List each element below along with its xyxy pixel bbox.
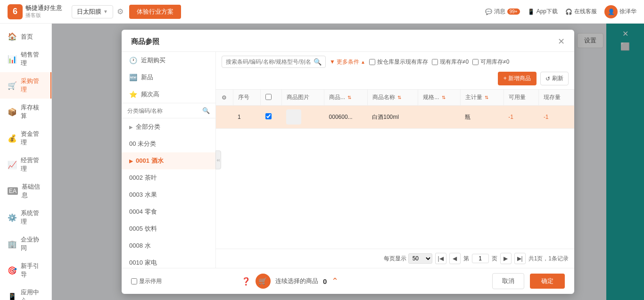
refresh-icon: ↺	[545, 75, 550, 82]
nav-service[interactable]: 🎧 在线客服	[565, 8, 597, 16]
sidebar-label-inventory: 库存核算	[21, 103, 44, 120]
checkbox-by-warehouse[interactable]: 按仓库显示现有库存	[369, 58, 428, 66]
refresh-btn[interactable]: ↺ 刷新	[540, 72, 569, 85]
category-panel: 🕐 近期购买 🆕 新品 ⭐ 频次高	[122, 52, 216, 268]
sidebar-item-purchase[interactable]: 🛒 采购管理	[0, 72, 51, 99]
cat-item-00[interactable]: 00 未分类	[122, 135, 215, 152]
search-submit-icon[interactable]: 🔍	[314, 58, 322, 66]
per-page-label: 每页显示	[384, 255, 406, 263]
nav-message[interactable]: 💬 消息 99+	[485, 8, 520, 16]
select-all-checkbox[interactable]	[265, 94, 272, 100]
sidebar-item-basic[interactable]: EA 基础信息	[0, 178, 51, 204]
sidebar-item-apps[interactable]: 📱 应用中心	[0, 283, 51, 300]
search-icon[interactable]: 🔍	[202, 107, 210, 114]
confirm-btn[interactable]: 确定	[530, 274, 565, 289]
table-header-row: ⚙ 序号 商品图片 商品... ⇅	[216, 90, 574, 106]
sidebar-item-inventory[interactable]: 📦 库存核算	[0, 99, 51, 125]
sidebar-item-home[interactable]: 🏠 首页	[0, 27, 51, 46]
checkbox-usable-not-zero[interactable]: 可用库存≠0	[472, 58, 509, 66]
sidebar-item-system[interactable]: ⚙️ 系统管理	[0, 204, 51, 231]
modal-body: 🕐 近期购买 🆕 新品 ⭐ 频次高	[122, 52, 574, 268]
checkbox-usable-label: 可用库存≠0	[480, 58, 509, 66]
add-product-btn[interactable]: + 新增商品	[498, 72, 537, 85]
per-page-dropdown[interactable]: 10 20 50 100	[408, 253, 432, 264]
sales-icon: 📊	[8, 55, 17, 64]
cat-item-0008[interactable]: 0008 水	[122, 237, 215, 254]
page-size-select: 每页显示 10 20 50 100	[384, 253, 432, 264]
trial-btn[interactable]: 体验行业方案	[129, 5, 181, 19]
page-input[interactable]	[472, 254, 489, 263]
cat-label-active: 0001 酒水	[136, 157, 164, 165]
modal-title: 商品参照	[131, 37, 159, 46]
cat-item-0010[interactable]: 0010 家电	[122, 254, 215, 268]
gear-icon[interactable]: ⚙	[117, 7, 124, 16]
checkbox-available-input[interactable]	[432, 59, 438, 65]
category-search-input[interactable]	[127, 108, 199, 114]
checkbox-usable-input[interactable]	[472, 59, 479, 65]
sidebar-item-operation[interactable]: 📈 经营管理	[0, 151, 51, 178]
sidebar-item-finance[interactable]: 💰 资金管理	[0, 125, 51, 151]
cat-item-0003[interactable]: 0003 水果	[122, 186, 215, 203]
sort-icon-spec: ⇅	[442, 95, 446, 100]
table-row[interactable]: 1 000600... 白酒100ml	[216, 106, 574, 129]
th-unit-label: 主计量	[465, 94, 482, 100]
app-name: 畅捷通好生意	[25, 4, 62, 12]
nav-app-download[interactable]: 📱 App下载	[528, 8, 558, 16]
new-icon: 🆕	[129, 74, 137, 81]
td-img	[281, 106, 324, 129]
th-name[interactable]: 商品名称 ⇅	[367, 90, 418, 106]
th-spec[interactable]: 规格... ⇅	[418, 90, 460, 106]
cat-item-0002[interactable]: 0002 茶叶	[122, 169, 215, 186]
td-unit: 瓶	[460, 106, 504, 129]
nav-selector[interactable]: 日太阳膜 ▼	[72, 5, 113, 18]
show-disabled-label[interactable]: 显示停用	[131, 277, 162, 285]
sort-icon-unit: ⇅	[485, 95, 488, 100]
sidebar-label-basic: 基础信息	[22, 183, 44, 200]
row-checkbox[interactable]	[265, 113, 272, 119]
quick-tab-recent[interactable]: 🕐 近期购买	[122, 52, 215, 69]
help-icon[interactable]: ❓	[241, 277, 251, 286]
product-search-input[interactable]	[226, 58, 311, 65]
category-search: 🔍	[122, 103, 215, 118]
th-name-label: 商品名称	[372, 94, 395, 100]
sidebar-item-newbie[interactable]: 🎯 新手引导	[0, 257, 51, 283]
cat-item-all[interactable]: ▶ 全部分类	[122, 118, 215, 135]
cancel-btn[interactable]: 取消	[492, 273, 524, 289]
message-icon: 💬	[485, 8, 492, 15]
quick-tab-new[interactable]: 🆕 新品	[122, 69, 215, 86]
nav-user[interactable]: 👤 徐泽华	[604, 5, 636, 18]
th-unit[interactable]: 主计量 ⇅	[460, 90, 504, 106]
filter-actions: + 新增商品 ↺ 刷新	[498, 72, 569, 85]
page-next-btn[interactable]: ▶	[500, 253, 512, 264]
collapse-btn[interactable]: ‹‹	[215, 150, 221, 169]
layout: 🏠 首页 📊 销售管理 🛒 采购管理 📦 库存核算 💰 资金管理 📈 经营管理 …	[0, 24, 644, 300]
checkbox-available-not-zero[interactable]: 现有库存≠0	[432, 58, 469, 66]
sidebar-item-sales[interactable]: 📊 销售管理	[0, 46, 51, 72]
cat-item-0001[interactable]: ▶ 0001 酒水	[122, 152, 215, 169]
quick-tab-recent-label: 近期购买	[141, 56, 165, 65]
collapse-icon[interactable]: ⌃	[331, 276, 339, 286]
th-gear[interactable]: ⚙	[216, 90, 233, 106]
main-content: 查询 设置 刷新 ✕ ⬜ 商品参照 ✕	[52, 24, 644, 300]
overlay: 商品参照 ✕ 🕐 近期购买 🆕	[52, 24, 644, 300]
page-first-btn[interactable]: |◀	[435, 253, 446, 264]
cat-item-0005[interactable]: 0005 饮料	[122, 220, 215, 237]
modal: 商品参照 ✕ 🕐 近期购买 🆕	[122, 30, 574, 294]
newbie-icon: 🎯	[8, 266, 17, 275]
checkbox-warehouse-input[interactable]	[369, 59, 375, 65]
system-icon: ⚙️	[8, 213, 17, 222]
quick-tab-freq[interactable]: ⭐ 频次高	[122, 86, 215, 103]
page-last-btn[interactable]: ▶|	[514, 253, 526, 264]
continuous-label: 连续选择的商品	[275, 277, 318, 285]
arrow-icon: ▶	[129, 125, 133, 130]
cat-item-0004[interactable]: 0004 零食	[122, 203, 215, 220]
quick-tab-new-label: 新品	[141, 73, 153, 82]
show-disabled-checkbox[interactable]	[131, 278, 137, 284]
sidebar-item-enterprise[interactable]: 🏢 企业协同	[0, 231, 51, 257]
page-prev-btn[interactable]: ◀	[449, 253, 461, 264]
th-code[interactable]: 商品... ⇅	[324, 90, 368, 106]
more-filter-btn[interactable]: ▼ 更多条件 ▲	[330, 58, 365, 66]
cat-label: 0003 水果	[129, 191, 157, 199]
modal-close-btn[interactable]: ✕	[558, 36, 565, 47]
th-checkbox	[261, 90, 281, 106]
